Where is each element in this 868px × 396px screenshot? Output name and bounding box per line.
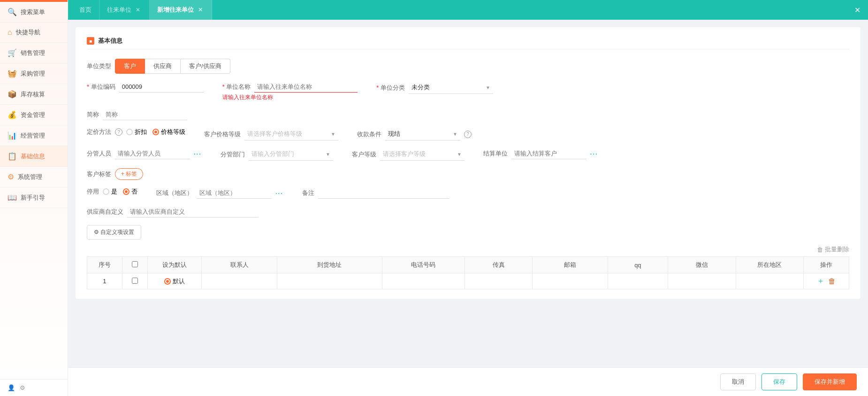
row-qq[interactable]	[608, 273, 668, 289]
department-select[interactable]: 请输入分管部门 ▼	[249, 148, 333, 161]
customer-level-arrow: ▼	[457, 152, 462, 157]
customer-level-field: 客户等级 请选择客户等级 ▼	[352, 148, 464, 161]
payment-terms-select[interactable]: 现结 ▼	[385, 128, 460, 140]
radio-discount[interactable]: 折扣	[126, 128, 147, 136]
col-region: 所在地区	[736, 257, 803, 273]
unit-type-both-btn[interactable]: 客户/供应商	[181, 59, 230, 74]
sidebar-item-basic-info[interactable]: 📋 基础信息	[0, 146, 68, 167]
phone-input[interactable]	[402, 278, 444, 285]
radio-no[interactable]: 否	[123, 187, 137, 196]
row-region[interactable]	[736, 273, 803, 289]
remark-label: 备注	[302, 189, 314, 197]
row-select-checkbox[interactable]	[132, 278, 138, 284]
sidebar-item-sales[interactable]: 🛒 销售管理	[0, 43, 68, 63]
settings-bottom-icon[interactable]: ⚙	[20, 384, 25, 391]
unit-name-input[interactable]	[254, 81, 358, 93]
sidebar-item-search[interactable]: 🔍 搜索菜单	[0, 2, 68, 23]
basic-info-card: ■ 基本信息 单位类型 客户 供应商 客户/供应商 单位编码	[76, 27, 860, 299]
sidebar-bottom: 👤 ⚙	[0, 379, 68, 396]
customer-price-select[interactable]: 请选择客户价格等级 ▼	[244, 128, 338, 140]
unit-category-select[interactable]: 未分类 ▼	[409, 81, 493, 94]
operations-icon: 📊	[8, 131, 17, 140]
unit-name-field: 单位名称	[222, 81, 358, 93]
settlement-input[interactable]	[511, 148, 586, 159]
contact-input[interactable]	[221, 278, 258, 285]
unit-type-customer-btn[interactable]: 客户	[115, 59, 145, 74]
pricing-method-field: 定价方法 ? 折扣 价格等级	[87, 128, 185, 136]
tab-bar: 首页 往来单位 ✕ 新增往来单位 ✕ ✕	[68, 0, 868, 20]
col-checkbox	[122, 257, 147, 273]
finance-icon: 💰	[8, 110, 17, 119]
row-checkbox	[122, 273, 147, 289]
row-phone[interactable]	[382, 273, 464, 289]
radio-yes[interactable]: 是	[103, 187, 117, 196]
col-no: 序号	[87, 257, 122, 273]
payment-help-icon[interactable]: ?	[464, 131, 472, 138]
wechat-input[interactable]	[685, 278, 718, 285]
sidebar-item-system[interactable]: ⚙ 系统管理	[0, 167, 68, 187]
disabled-radio-group: 是 否	[103, 187, 137, 196]
tab-counterparty-close[interactable]: ✕	[134, 6, 142, 14]
supplier-custom-input[interactable]	[127, 206, 259, 217]
tab-new-counterparty-close[interactable]: ✕	[197, 6, 204, 14]
fax-input[interactable]	[482, 278, 515, 285]
batch-delete-area[interactable]: 🗑 批量删除	[87, 245, 849, 254]
row-region-input[interactable]	[753, 278, 786, 285]
unit-code-field: 单位编码	[87, 81, 204, 93]
department-placeholder: 请输入分管部门	[251, 150, 324, 158]
cancel-button[interactable]: 取消	[720, 373, 756, 390]
supervisor-field: 分管人员 ···	[87, 148, 202, 159]
row-address[interactable]	[277, 273, 382, 289]
content-area: ■ 基本信息 单位类型 客户 供应商 客户/供应商 单位编码	[68, 20, 868, 367]
unit-code-input[interactable]	[119, 81, 204, 93]
payment-terms-field: 收款条件 现结 ▼ ?	[357, 128, 472, 140]
qq-input[interactable]	[624, 278, 652, 285]
save-new-button[interactable]: 保存并新增	[803, 373, 857, 390]
region-more[interactable]: ···	[275, 190, 283, 197]
row-contact[interactable]	[202, 273, 277, 289]
address-input[interactable]	[301, 278, 358, 285]
tab-counterparty[interactable]: 往来单位 ✕	[99, 0, 150, 20]
abbreviation-input[interactable]	[103, 109, 187, 120]
select-all-checkbox[interactable]	[132, 261, 138, 267]
search-menu-icon: 🔍	[8, 8, 17, 16]
tab-new-counterparty[interactable]: 新增往来单位 ✕	[150, 0, 212, 20]
row-wechat[interactable]	[668, 273, 736, 289]
row-email[interactable]	[533, 273, 608, 289]
customer-level-select[interactable]: 请选择客户等级 ▼	[380, 148, 464, 161]
pricing-help-icon[interactable]: ?	[115, 128, 122, 136]
sidebar-item-finance[interactable]: 💰 资金管理	[0, 105, 68, 125]
batch-delete-label: 批量删除	[825, 245, 849, 254]
del-row-btn[interactable]: 🗑	[828, 277, 836, 286]
row-fax[interactable]	[464, 273, 532, 289]
row-default-radio[interactable]: 默认	[152, 277, 197, 286]
user-avatar-icon[interactable]: 👤	[8, 384, 15, 391]
sidebar-item-inventory[interactable]: 📦 库存核算	[0, 84, 68, 105]
supervisor-label: 分管人员	[87, 149, 111, 158]
radio-price-level[interactable]: 价格等级	[152, 128, 185, 136]
save-button[interactable]: 保存	[761, 373, 797, 390]
tab-close-all[interactable]: ✕	[851, 6, 864, 15]
beginner-icon: 📖	[8, 193, 17, 202]
sidebar-item-beginner[interactable]: 📖 新手引导	[0, 187, 68, 208]
unit-category-value: 未分类	[411, 83, 430, 92]
sidebar-item-quick-nav[interactable]: ⌂ 快捷导航	[0, 23, 68, 43]
email-input[interactable]	[551, 278, 589, 285]
sidebar-item-purchase[interactable]: 🧺 采购管理	[0, 63, 68, 84]
add-tag-btn[interactable]: + 标签	[115, 168, 143, 180]
settlement-unit-field: 结算单位 ···	[483, 148, 598, 159]
custom-settings-btn[interactable]: ⚙ 自定义项设置	[87, 225, 141, 240]
supervisor-input[interactable]	[115, 148, 190, 159]
sidebar-item-label: 经营管理	[21, 132, 45, 140]
supervisor-more[interactable]: ···	[194, 150, 202, 157]
tab-home[interactable]: 首页	[72, 0, 99, 20]
remark-input[interactable]	[318, 187, 449, 199]
add-row-btn[interactable]: ＋	[817, 276, 824, 286]
unit-type-supplier-btn[interactable]: 供应商	[145, 59, 181, 74]
sidebar-item-operations[interactable]: 📊 经营管理	[0, 125, 68, 146]
radio-yes-circle	[103, 188, 109, 195]
department-field: 分管部门 请输入分管部门 ▼	[221, 148, 333, 161]
unit-category-label: 单位分类	[376, 84, 405, 92]
region-input[interactable]	[197, 187, 272, 199]
settlement-more[interactable]: ···	[590, 150, 598, 157]
